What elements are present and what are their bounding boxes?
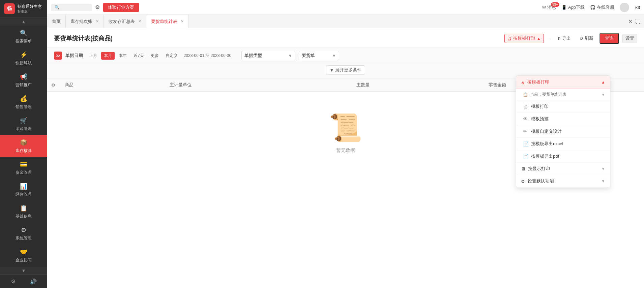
export-button[interactable]: ⬆ 导出 xyxy=(554,34,574,43)
sidebar-sound-icon[interactable]: 🔊 xyxy=(30,278,37,285)
expand-more-label: 展开更多条件 xyxy=(335,67,361,73)
sidebar-label-enterprise: 企业协同 xyxy=(16,257,32,263)
experience-button[interactable]: 体验行业方案 xyxy=(103,3,139,12)
print-template-label: 按模板打印 xyxy=(513,35,535,41)
print-current-item[interactable]: 📋 当前：要货单统计表 ▼ xyxy=(516,89,610,100)
app-download-label: App下载 xyxy=(568,4,585,10)
sidebar-nav: 🔍 搜索菜单 ⚡ 快捷导航 📢 营销推广 💰 销售管理 🛒 采购管理 📦 库存核… xyxy=(0,26,47,267)
avatar[interactable] xyxy=(620,3,629,12)
sidebar-settings-icon[interactable]: ⚙ xyxy=(11,278,16,285)
current-tag-arrow: ▼ xyxy=(601,92,605,97)
sidebar-label-finance: 资金管理 xyxy=(16,170,32,175)
expand-more-button[interactable]: ▼ 展开更多条件 xyxy=(326,65,365,75)
date-btn-this-month[interactable]: 本月 xyxy=(101,52,115,60)
top-header: 🔍 ⚙ 体验行业方案 ✉ 消息 99+ 📱 App下载 🎧 在线客服 Rit xyxy=(47,0,644,15)
display-print-left: 🖥 按显示打印 xyxy=(521,166,550,172)
print-dropdown-title: 按模板打印 xyxy=(527,79,549,85)
tab-close-icon[interactable]: ✕ xyxy=(627,18,633,25)
sidebar-item-operations[interactable]: 📊 经营管理 xyxy=(0,179,47,201)
print-template-button[interactable]: 🖨 按模板打印 ▲ xyxy=(504,34,544,43)
print-dropdown-popup: 🖨 按模板打印 ▲ 📋 当前：要货单统计表 ▼ 🖨 模板打印 👁 模板预览 ✏ … xyxy=(516,75,610,188)
template-preview-icon: 👁 xyxy=(523,116,528,122)
date-filter-group: 上月 本月 本年 近7天 更多 自定义 xyxy=(86,52,180,60)
tab-inventory-batch[interactable]: 库存批次账 ✕ xyxy=(66,15,104,28)
sidebar-item-quick-nav[interactable]: ⚡ 快捷导航 xyxy=(0,47,47,69)
sidebar-logo: 畅 畅康通好生意 标准版 xyxy=(0,0,47,18)
print-header-icon: 🖨 xyxy=(521,80,525,85)
system-icon: ⚙ xyxy=(20,226,28,234)
order-type-dropdown[interactable]: 单据类型 ▼ xyxy=(241,51,295,60)
set-default-left: ⚙ 设置默认功能 xyxy=(521,178,554,184)
sidebar-item-system[interactable]: ⚙ 系统管理 xyxy=(0,223,47,245)
date-btn-last-month[interactable]: 上月 xyxy=(86,52,100,60)
sidebar-item-enterprise[interactable]: 🤝 企业协同 xyxy=(0,245,47,266)
col-product: 商品 xyxy=(61,78,166,92)
sidebar-item-base[interactable]: 📋 基础信息 xyxy=(0,201,47,223)
sidebar-scroll-down[interactable]: ▼ xyxy=(0,267,47,275)
demand-type-dropdown[interactable]: 要货单 ▼ xyxy=(299,51,339,60)
tab-demand-stats-close[interactable]: ✕ xyxy=(181,19,184,24)
tab-bar: 首页 库存批次账 ✕ 收发存汇总表 ✕ 要货单统计表 ✕ ✕ ⛶ xyxy=(47,15,644,28)
app-sub: 标准版 xyxy=(18,9,42,13)
sidebar-item-finance[interactable]: 💳 资金管理 xyxy=(0,157,47,179)
sidebar-item-sales[interactable]: 💰 销售管理 xyxy=(0,91,47,113)
sidebar-item-marketing[interactable]: 📢 营销推广 xyxy=(0,69,47,91)
main-area: 🔍 ⚙ 体验行业方案 ✉ 消息 99+ 📱 App下载 🎧 在线客服 Rit xyxy=(47,0,644,288)
print-dropdown-header[interactable]: 🖨 按模板打印 ▲ xyxy=(516,76,610,89)
col-quantity: 主数量 xyxy=(352,78,485,92)
settings-button[interactable]: 设置 xyxy=(622,34,637,43)
headset-icon: 🎧 xyxy=(590,5,595,10)
app-download-button[interactable]: 📱 App下载 xyxy=(561,4,585,10)
set-default-icon: ⚙ xyxy=(521,179,525,184)
tab-home-label: 首页 xyxy=(52,19,61,25)
date-btn-this-year[interactable]: 本年 xyxy=(116,52,129,60)
inventory-icon: 📦 xyxy=(20,138,28,147)
display-print-item[interactable]: 🖥 按显示打印 ▼ xyxy=(516,163,610,175)
print-export-excel-item[interactable]: 📄 按模板导出excel xyxy=(516,138,610,150)
export-pdf-label: 按模板导出pdf xyxy=(531,153,559,159)
online-service-label: 在线客服 xyxy=(597,4,614,10)
filter-expand-button[interactable]: ≫ xyxy=(54,52,62,60)
print-template-design-item[interactable]: ✏ 模板自定义设计 xyxy=(516,125,610,138)
expand-icon: ≫ xyxy=(56,53,61,58)
tab-inventory-batch-close[interactable]: ✕ xyxy=(96,19,99,24)
tab-collection-summary-close[interactable]: ✕ xyxy=(138,19,141,24)
tab-demand-stats[interactable]: 要货单统计表 ✕ xyxy=(146,15,189,28)
tab-collection-summary-label: 收发存汇总表 xyxy=(109,19,135,25)
template-print-icon: 🖨 xyxy=(523,104,528,109)
app-name: 畅康通好生意 xyxy=(18,4,42,9)
date-btn-custom[interactable]: 自定义 xyxy=(163,52,180,60)
print-template-preview-item[interactable]: 👁 模板预览 xyxy=(516,113,610,125)
sidebar-label-inventory: 库存核算 xyxy=(16,148,32,154)
header-settings-icon[interactable]: ⚙ xyxy=(95,4,100,10)
date-btn-more[interactable]: 更多 xyxy=(148,52,162,60)
query-button[interactable]: 查询 xyxy=(599,33,619,44)
sidebar-item-purchase[interactable]: 🛒 采购管理 xyxy=(0,113,47,135)
page-header: 要货单统计表(按商品) 🖨 按模板打印 ▲ ··· ⬆ 导出 ↺ 刷新 查询 设… xyxy=(47,28,644,47)
template-design-icon: ✏ xyxy=(523,129,528,134)
tab-maximize-icon[interactable]: ⛶ xyxy=(635,18,641,25)
sidebar-scroll-up[interactable]: ▲ xyxy=(0,18,47,26)
top-search[interactable]: 🔍 xyxy=(51,4,92,11)
tab-home[interactable]: 首页 xyxy=(47,15,66,28)
col-settings[interactable]: ⚙ xyxy=(47,78,61,92)
print-template-print-item[interactable]: 🖨 模板打印 xyxy=(516,100,610,113)
tab-collection-summary[interactable]: 收发存汇总表 ✕ xyxy=(104,15,146,28)
sidebar-item-inventory[interactable]: 📦 库存核算 xyxy=(0,135,47,157)
date-btn-7days[interactable]: 近7天 xyxy=(131,52,147,60)
sidebar-item-search[interactable]: 🔍 搜索菜单 xyxy=(0,26,47,47)
message-button[interactable]: ✉ 消息 99+ xyxy=(542,4,556,10)
set-default-label: 设置默认功能 xyxy=(528,178,554,184)
refresh-button[interactable]: ↺ 刷新 xyxy=(577,34,596,43)
base-icon: 📋 xyxy=(20,204,28,212)
sidebar-label-quick-nav: 快捷导航 xyxy=(16,60,32,66)
display-print-label: 按显示打印 xyxy=(528,166,550,172)
print-export-pdf-item[interactable]: 📄 按模板导出pdf xyxy=(516,150,610,163)
online-service-button[interactable]: 🎧 在线客服 xyxy=(590,4,614,10)
template-print-label: 模板打印 xyxy=(531,103,549,109)
export-icon: ⬆ xyxy=(557,36,561,41)
message-icon: ✉ xyxy=(542,5,546,10)
sidebar-label-marketing: 营销推广 xyxy=(16,82,32,88)
user-name[interactable]: Rit xyxy=(635,5,640,10)
set-default-item[interactable]: ⚙ 设置默认功能 ▼ xyxy=(516,175,610,188)
